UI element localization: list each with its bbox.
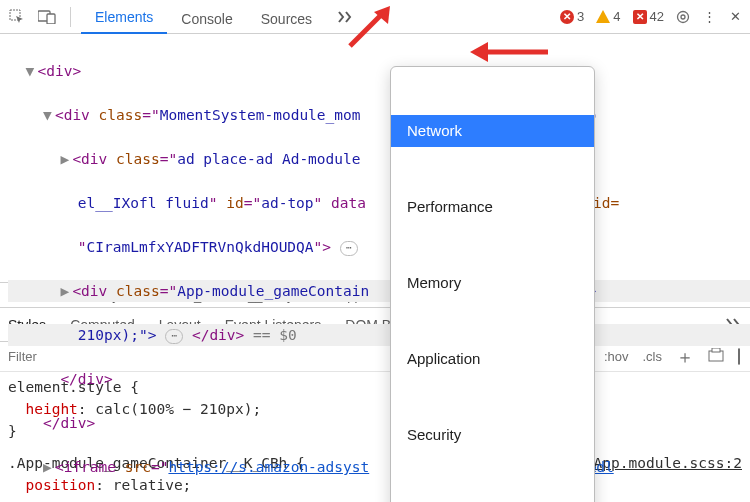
dom-line[interactable]: ▼<div class="MomentSystem-module_mom odu… [8,104,750,126]
error-badge[interactable]: ✕ 3 [556,9,588,24]
dropdown-item-memory[interactable]: Memory [391,267,594,299]
dom-line[interactable]: ▶<iframe src="https://s.amazon-adsyst b-… [8,456,750,478]
svg-rect-2 [47,14,55,24]
dom-line-selected[interactable]: 210px);"> ⋯ </div> == $0 [8,324,750,346]
tab-console[interactable]: Console [167,3,246,34]
toolbar-divider [70,7,71,27]
dom-line[interactable]: </div> [8,412,750,434]
warning-badge[interactable]: 4 [592,9,624,24]
hidden-icon: ✕ [633,10,647,24]
more-tabs-button[interactable] [334,5,358,29]
dom-line[interactable]: "CIramLmfxYADFTRVnQkdHOUDQA"> ⋯ [8,236,750,258]
dom-line[interactable]: </div> [8,368,750,390]
svg-point-3 [678,11,689,22]
svg-point-4 [681,15,685,19]
dom-line[interactable]: ▶<div class="ad place-ad Ad-module [8,148,750,170]
dropdown-item-lighthouse[interactable]: Lighthouse [391,495,594,502]
device-icon[interactable] [34,4,60,30]
inspect-icon[interactable] [4,4,30,30]
warning-count: 4 [613,9,620,24]
panel-tabs: Elements Console Sources [81,0,326,34]
warning-icon [596,10,610,23]
dom-line-selected[interactable]: ▶<div class="App-module_gameContain t: c… [8,280,750,302]
dropdown-item-security[interactable]: Security [391,419,594,451]
devtools-toolbar: Elements Console Sources ✕ 3 4 ✕ 42 ⋮ ✕ [0,0,750,34]
hidden-badge[interactable]: ✕ 42 [629,9,668,24]
hidden-count: 42 [650,9,664,24]
ellipsis-icon[interactable]: ⋯ [165,329,183,344]
dropdown-item-application[interactable]: Application [391,343,594,375]
settings-icon[interactable] [672,9,694,25]
close-icon[interactable]: ✕ [724,9,746,24]
dropdown-item-performance[interactable]: Performance [391,191,594,223]
more-icon[interactable]: ⋮ [698,9,720,24]
elements-panel[interactable]: ▼<div> ▼<div class="MomentSystem-module_… [0,34,750,282]
dropdown-item-network[interactable]: Network [391,115,594,147]
tab-elements[interactable]: Elements [81,1,167,34]
ellipsis-icon[interactable]: ⋯ [340,241,358,256]
tab-sources[interactable]: Sources [247,3,326,34]
error-icon: ✕ [560,10,574,24]
panel-dropdown: Network Performance Memory Application S… [390,66,595,502]
error-count: 3 [577,9,584,24]
dom-line[interactable]: ▼<div> [8,60,750,82]
dom-line[interactable]: el__IXofl fluid" id="ad-top" data gle-qu… [8,192,750,214]
